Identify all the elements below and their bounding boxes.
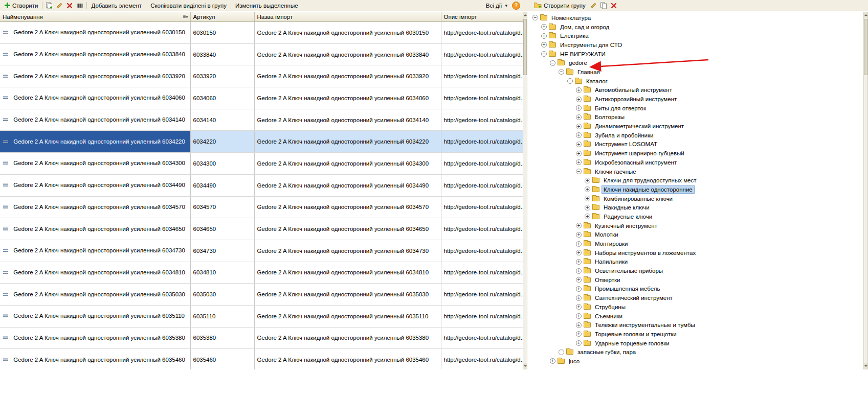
tree-item[interactable]: + Ключи накидные односторонние: [527, 185, 863, 194]
cell-name[interactable]: Gedore 2 A Ключ накидной односторонний у…: [0, 65, 190, 87]
tree-item-label[interactable]: Биты для отверток: [593, 105, 648, 112]
cell-import-desc[interactable]: http://gedore-tool.ru/catalog/d...: [441, 131, 523, 153]
cell-name[interactable]: Gedore 2 A Ключ накидной односторонний у…: [0, 153, 190, 175]
cell-article[interactable]: 6034140: [190, 109, 254, 131]
table-row[interactable]: Gedore 2 A Ключ накидной односторонний у…: [0, 240, 523, 262]
copy-selected-to-group-button[interactable]: Скопіювати виділені в групу: [148, 1, 229, 11]
cell-article[interactable]: 6035030: [190, 284, 254, 306]
cell-name[interactable]: Gedore 2 A Ключ накидной односторонний у…: [0, 327, 190, 349]
tree-expander-icon[interactable]: −: [576, 169, 582, 174]
cell-name[interactable]: Gedore 2 A Ключ накидной односторонний у…: [0, 174, 190, 196]
cell-name[interactable]: Gedore 2 A Ключ накидной односторонний у…: [0, 22, 190, 44]
cell-import-desc[interactable]: http://gedore-tool.ru/catalog/d...: [441, 109, 523, 131]
cell-import-desc[interactable]: http://gedore-tool.ru/catalog/d...: [441, 305, 523, 327]
cell-name[interactable]: Gedore 2 A Ключ накидной односторонний у…: [0, 109, 190, 131]
tree-item-label[interactable]: НЕ ВИГРУЖАТИ: [559, 51, 607, 58]
cell-import-name[interactable]: Gedore 2 A Ключ накидной односторонний у…: [254, 240, 441, 262]
tree-expander-icon[interactable]: +: [576, 124, 582, 129]
tree-item-label[interactable]: Съемники: [593, 313, 624, 320]
cell-import-desc[interactable]: http://gedore-tool.ru/catalog/d...: [441, 262, 523, 284]
cell-import-desc[interactable]: http://gedore-tool.ru/catalog/d...: [441, 284, 523, 306]
tree-expander-icon[interactable]: +: [585, 186, 590, 192]
tree-item-label[interactable]: Торцевые головки и трещотки: [593, 331, 678, 338]
tree-item[interactable]: + Биты для отверток: [527, 104, 863, 113]
tree-item[interactable]: + Инструмент LOSOMAT: [527, 140, 863, 149]
tree-expander-icon[interactable]: +: [576, 331, 582, 337]
tree-item[interactable]: − Каталог: [527, 77, 863, 86]
create-group-button[interactable]: Створити групу: [531, 1, 588, 11]
cell-name[interactable]: Gedore 2 A Ключ накидной односторонний у…: [0, 240, 190, 262]
tree-expander-icon[interactable]: +: [576, 313, 582, 319]
scrollbar-thumb[interactable]: [523, 19, 527, 75]
tree-expander-icon[interactable]: +: [576, 151, 582, 156]
tree-expander-icon[interactable]: [559, 349, 564, 355]
cell-import-name[interactable]: Gedore 2 A Ключ накидной односторонний у…: [254, 284, 441, 306]
tree-item[interactable]: + Наборы инструментов в ложементах: [527, 248, 863, 258]
column-header-article[interactable]: Артикул: [190, 12, 254, 22]
cell-article[interactable]: 6034730: [190, 240, 254, 262]
tree-item-label[interactable]: Главная: [576, 68, 602, 76]
tree-item-label[interactable]: Промышленная мебель: [593, 285, 661, 292]
cell-import-name[interactable]: Gedore 2 A Ключ накидной односторонний у…: [254, 22, 441, 44]
tree-item[interactable]: + Съемники: [527, 312, 863, 321]
tree-expander-icon[interactable]: +: [585, 205, 590, 211]
tree-item-label[interactable]: Комбинированные ключи: [602, 195, 674, 202]
tree-item[interactable]: запасные губки, пара: [527, 347, 863, 357]
table-row[interactable]: Gedore 2 A Ключ накидной односторонний у…: [0, 327, 523, 349]
cell-import-desc[interactable]: http://gedore-tool.ru/catalog/d...: [441, 153, 523, 175]
tree-item-label[interactable]: Електрика: [559, 32, 590, 39]
tree-expander-icon[interactable]: +: [576, 322, 582, 328]
cell-article[interactable]: 6033840: [190, 43, 254, 65]
table-row[interactable]: Gedore 2 A Ключ накидной односторонний у…: [0, 131, 523, 153]
table-row[interactable]: Gedore 2 A Ключ накидной односторонний у…: [0, 87, 523, 109]
table-row[interactable]: Gedore 2 A Ключ накидной односторонний у…: [0, 218, 523, 240]
tree-item[interactable]: + Комбинированные ключи: [527, 194, 863, 203]
table-row[interactable]: Gedore 2 A Ключ накидной односторонний у…: [0, 109, 523, 131]
copy-item-button[interactable]: [44, 1, 54, 11]
tree-scrollbar[interactable]: [863, 12, 868, 369]
cell-article[interactable]: 6034300: [190, 153, 254, 175]
tree-item-label[interactable]: gedore: [567, 59, 589, 66]
tree-item[interactable]: + Промышленная мебель: [527, 285, 863, 294]
tree-item-label[interactable]: Дом, сад и огород: [559, 24, 611, 31]
cell-article[interactable]: 6034810: [190, 262, 254, 284]
scroll-down-icon[interactable]: [864, 363, 867, 369]
tree-item-label[interactable]: Каталог: [585, 78, 609, 85]
tree-expander-icon[interactable]: −: [541, 51, 547, 57]
cell-import-desc[interactable]: http://gedore-tool.ru/catalog/d...: [441, 87, 523, 109]
tree-item-label[interactable]: Наборы инструментов в ложементах: [593, 249, 697, 256]
tree-item-label[interactable]: Напильники: [593, 258, 629, 265]
tree-expander-icon[interactable]: +: [550, 358, 555, 364]
tree-item-label[interactable]: Номенклатура: [550, 14, 592, 21]
table-row[interactable]: Gedore 2 A Ключ накидной односторонний у…: [0, 65, 523, 87]
table-row[interactable]: Gedore 2 A Ключ накидной односторонний у…: [0, 262, 523, 284]
tree-item-label[interactable]: Ключи для труднодоступных мест: [602, 177, 698, 184]
cell-import-name[interactable]: Gedore 2 A Ключ накидной односторонний у…: [254, 109, 441, 131]
tree-item[interactable]: + Зубила и пробойники: [527, 131, 863, 140]
cell-article[interactable]: 6034570: [190, 196, 254, 218]
cell-name[interactable]: Gedore 2 A Ключ накидной односторонний у…: [0, 131, 190, 153]
tree-expander-icon[interactable]: −: [550, 60, 555, 66]
cell-article[interactable]: 6034490: [190, 174, 254, 196]
cell-import-desc[interactable]: http://gedore-tool.ru/catalog/d...: [441, 240, 523, 262]
tree-item[interactable]: + Инструмент шарнирно-губцевый: [527, 149, 863, 158]
cell-import-desc[interactable]: http://gedore-tool.ru/catalog/d...: [441, 349, 523, 369]
cell-import-desc[interactable]: http://gedore-tool.ru/catalog/d...: [441, 43, 523, 65]
tree-expander-icon[interactable]: −: [532, 15, 538, 20]
cell-name[interactable]: Gedore 2 A Ключ накидной односторонний у…: [0, 196, 190, 218]
tree-item[interactable]: + Отвертки: [527, 275, 863, 285]
barcode-button[interactable]: [75, 1, 85, 11]
add-element-button[interactable]: Добавить элемент: [88, 1, 144, 11]
tree-item[interactable]: + Напильники: [527, 258, 863, 267]
cell-import-desc[interactable]: http://gedore-tool.ru/catalog/d...: [441, 196, 523, 218]
scrollbar-thumb[interactable]: [864, 19, 867, 75]
cell-import-name[interactable]: Gedore 2 A Ключ накидной односторонний у…: [254, 349, 441, 369]
cell-import-name[interactable]: Gedore 2 A Ключ накидной односторонний у…: [254, 87, 441, 109]
tree-expander-icon[interactable]: +: [576, 97, 582, 102]
tree-item[interactable]: + Искробезопасный инструмент: [527, 158, 863, 167]
tree-item-label[interactable]: запасные губки, пара: [576, 348, 637, 356]
tree-item[interactable]: + Кузнечный инструмент: [527, 221, 863, 230]
cell-import-name[interactable]: Gedore 2 A Ключ накидной односторонний у…: [254, 174, 441, 196]
tree-item-label[interactable]: Зубила и пробойники: [593, 132, 655, 139]
tree-expander-icon[interactable]: +: [576, 114, 582, 120]
